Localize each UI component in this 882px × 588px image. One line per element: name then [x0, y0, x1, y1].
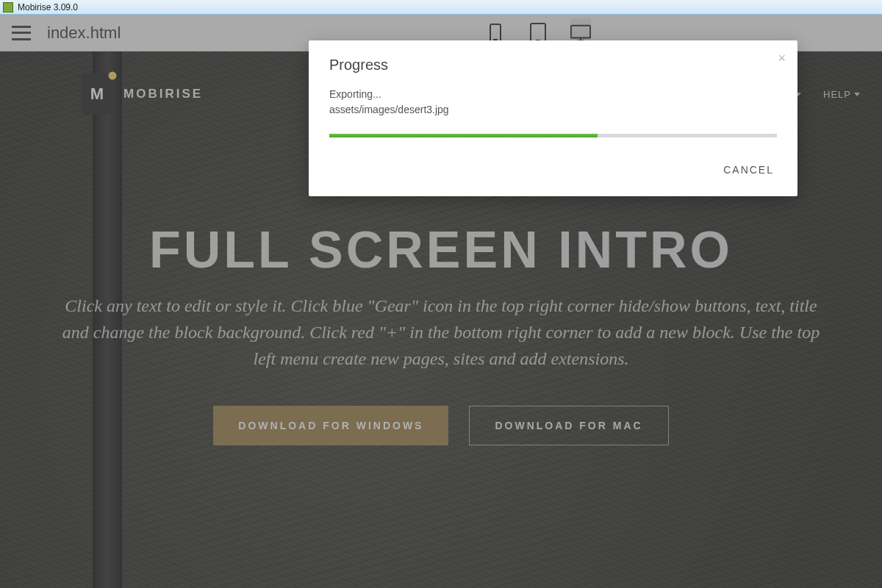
window-title: Mobirise 3.09.0 [18, 2, 78, 12]
progress-dialog: Progress × Exporting... assets/images/de… [309, 40, 797, 196]
app-icon [3, 2, 13, 12]
export-current-file: assets/images/desert3.jpg [329, 102, 777, 118]
app-shell: index.html M MOBIRISE S [0, 15, 882, 588]
window-titlebar: Mobirise 3.09.0 [0, 0, 882, 15]
close-icon[interactable]: × [778, 51, 786, 66]
progress-bar-fill [329, 134, 598, 137]
dialog-body: Exporting... assets/images/desert3.jpg [329, 87, 777, 118]
dialog-actions: CANCEL [329, 158, 777, 182]
cancel-button[interactable]: CANCEL [720, 158, 777, 182]
dialog-title: Progress [329, 57, 777, 74]
progress-bar [329, 134, 777, 137]
export-status-line: Exporting... [329, 87, 777, 102]
